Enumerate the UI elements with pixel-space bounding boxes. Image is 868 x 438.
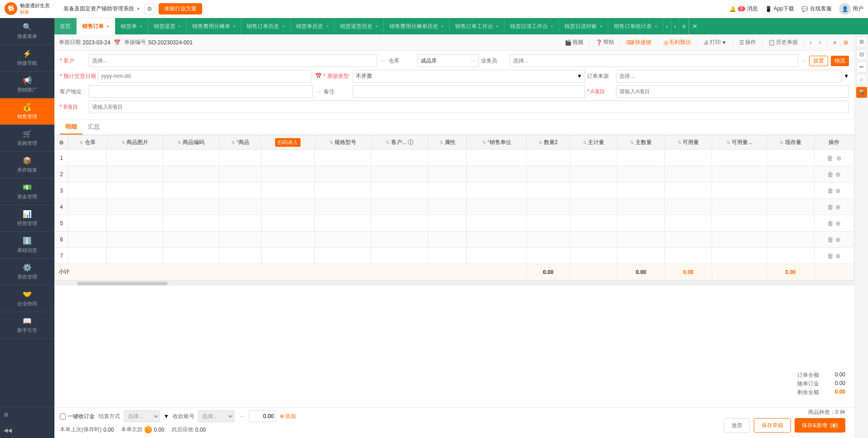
td-available2[interactable] [712,150,767,166]
td-available[interactable] [664,150,712,166]
a-project-input[interactable] [616,85,849,98]
dropdown-arrow-icon[interactable]: ▼ [830,423,838,428]
tab-close-icon[interactable]: × [107,24,109,29]
delivery-date-input[interactable] [98,70,311,82]
td-customer-order[interactable] [371,150,428,166]
history-btn[interactable]: 📋 历史单据 [766,38,800,47]
add-payment-btn[interactable]: ⊕ 添加 [280,413,296,420]
help-btn[interactable]: ❓ 帮助 [594,38,616,47]
sidebar-item-inventory[interactable]: 📦 库存核算 [0,152,54,178]
address-ellipsis-btn[interactable]: ··· [315,87,322,96]
industry-button[interactable]: 体验行业方案 [159,3,202,14]
invoice-type-select[interactable]: 不开票 ▼ [353,70,586,82]
tab-expense-history[interactable]: 销售费用分摊单历史 × [384,18,450,34]
sidebar-item-guide[interactable]: 📖 新手引导 [0,312,54,339]
save-new-button[interactable]: 保存&新增 ▼ [795,418,845,433]
account-ellipsis-btn[interactable]: ··· [239,412,245,420]
tab-detail[interactable]: 明细 [60,120,82,135]
sidebar-item-sales[interactable]: 💰 销售管理 [0,98,54,125]
sidebar-item-finance[interactable]: 💵 资金管理 [0,178,54,205]
add-logistics-btn[interactable]: 物流 [831,56,849,66]
tab-close-icon[interactable]: × [233,24,236,29]
scrollbar-thumb[interactable] [77,282,168,285]
tab-sales-order[interactable]: 销售订单 × [77,18,115,34]
td-product-image[interactable] [107,150,163,166]
sidebar-item-marketing[interactable]: 📢 营销推广 [0,72,54,98]
grid-view-btn[interactable]: ⊞ [842,39,850,47]
tab-order-workbench[interactable]: 销售订单工作台 × [450,18,504,34]
warehouse-ellipsis-btn[interactable]: ··· [469,57,475,65]
list-view-btn[interactable]: ≡ [831,39,838,47]
delete-row-btn[interactable]: 🗑 [826,219,834,228]
sidebar-item-quicknav[interactable]: ⚡ 快捷导航 [0,45,54,72]
tab-sales-stats[interactable]: 销售订单统计表 × [608,18,663,34]
salesperson-input[interactable] [510,54,798,67]
page-next-btn[interactable]: › [817,39,823,47]
right-panel-btn-5[interactable]: 📦 [856,87,867,98]
tab-menu-btn[interactable]: ≡ [679,18,689,34]
sidebar-item-purchase[interactable]: 🛒 采购管理 [0,125,54,152]
tab-summary[interactable]: 汇总 [82,120,105,135]
settings-action-btn[interactable]: 设置 [809,56,828,66]
td-sales-unit[interactable] [467,150,527,166]
right-panel-btn-2[interactable]: ⊟ [856,49,867,60]
delete-row-btn[interactable]: 🗑 [826,170,834,179]
salesperson-ellipsis-btn[interactable]: ··· [801,57,807,65]
shortcut-btn[interactable]: ⌨ 快捷键 [625,38,653,47]
sidebar-item-basicinfo[interactable]: ℹ️ 基础信息 [0,232,54,259]
copy-row-btn[interactable]: ⊕ [834,235,842,244]
calendar-icon[interactable]: 📅 [114,39,121,46]
tab-close-icon[interactable]: × [178,24,181,29]
tab-close-icon[interactable]: × [551,24,553,29]
td-current-stock[interactable] [767,150,815,166]
sidebar-item-operations[interactable]: 📊 经营管理 [0,205,54,232]
note-input[interactable] [353,85,586,98]
tab-invoice-history[interactable]: 销货单历史 × [291,18,335,34]
td-product-name[interactable] [219,150,262,166]
profit-btn[interactable]: ◎ 毛利预估 [662,38,693,47]
copy-row-btn[interactable]: ⊕ [834,202,842,212]
delete-row-btn[interactable]: 🗑 [826,251,834,260]
sidebar-item-enterprise[interactable]: 🤝 企业协同 [0,285,54,312]
save-draft-button[interactable]: 保存草稿 [754,418,791,433]
delete-row-btn[interactable]: 🗑 [826,154,834,163]
copy-row-btn[interactable]: ⊕ [834,219,842,228]
system-name[interactable]: 装备及固定资产辅助管理系统 ▼ [63,5,141,13]
online-service-item[interactable]: 💬 在线客服 [801,5,832,13]
operation-btn[interactable]: ☰ 操作 [737,38,758,47]
one-key-checkout-checkbox[interactable] [60,414,66,419]
delete-row-btn[interactable]: 🗑 [826,202,834,212]
warehouse-select[interactable]: 成品库 ··· [417,54,479,67]
copy-row-btn[interactable]: ⊕ [834,251,842,260]
copy-row-btn[interactable]: ⊕ [834,186,842,195]
sidebar-item-system[interactable]: ⚙️ 系统管理 [0,259,54,285]
th-settings[interactable]: ⚙ [55,135,68,150]
td-attributes[interactable] [428,150,467,166]
amount-input[interactable] [249,410,276,422]
horizontal-scrollbar[interactable] [54,280,854,286]
order-source-input[interactable] [616,70,842,82]
copy-row-btn[interactable]: ⊕ [835,154,843,163]
td-warehouse[interactable] [68,150,107,166]
td-main-qty[interactable] [617,150,665,166]
tab-close-icon[interactable]: × [496,24,499,29]
print-btn[interactable]: 🖨 打印 ▼ [702,38,729,47]
tab-sales-expense[interactable]: 销售费用分摊单 × [187,18,242,34]
delete-row-btn[interactable]: 🗑 [826,186,834,195]
payment-method-select[interactable]: 选择... [124,410,160,422]
tab-return-history[interactable]: 销货退货历史 × [335,18,384,34]
page-prev-btn[interactable]: ‹ [808,39,814,47]
b-project-input[interactable] [89,101,849,113]
tab-sales-order-history[interactable]: 销售订单历史 × [241,18,291,34]
discard-button[interactable]: 放弃 [724,418,750,433]
view-btn[interactable]: 🎬 视频 [563,38,585,47]
tab-sales-return[interactable]: 销货退货 × [148,18,187,34]
tab-close-icon[interactable]: × [441,24,444,29]
tab-close-icon[interactable]: × [140,24,142,29]
tab-next-btn[interactable]: › [671,18,679,34]
td-spec[interactable] [315,150,371,166]
sidebar-settings-btn[interactable]: ⚙ [0,407,54,423]
tab-close-icon[interactable]: × [655,24,657,29]
settings-button[interactable]: ⚙ [144,4,155,14]
tab-daily-workbench[interactable]: 钱货日清工作台 × [504,18,559,34]
